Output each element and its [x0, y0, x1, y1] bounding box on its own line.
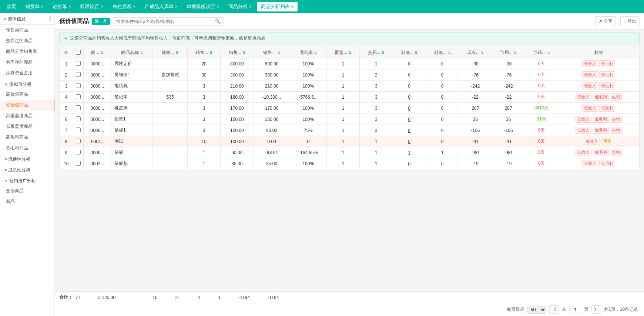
cell-views1[interactable]: 0: [393, 158, 426, 169]
row-checkbox[interactable]: [76, 72, 81, 77]
page-size-select[interactable]: 50 100 200: [527, 306, 546, 314]
col-cost[interactable]: 销售... ⇅: [254, 47, 290, 58]
views1-link[interactable]: 0: [408, 72, 410, 78]
table-row: 10 0002... 鼠标垫 1 35.00 35.00 100% 1 1 0 …: [60, 158, 640, 169]
nav-template[interactable]: 单据模板设置 ×: [183, 2, 223, 11]
views1-link[interactable]: 0: [408, 106, 410, 111]
cell-current: -106: [459, 125, 492, 136]
export-icon: ↓: [624, 19, 626, 24]
sidebar-item-in-stock[interactable]: 有库存的商品: [0, 57, 54, 68]
nav-sales[interactable]: 销货单 ×: [21, 2, 47, 11]
sidebar-item-high-coverage[interactable]: 高覆盖度商品: [0, 111, 54, 121]
cell-checkbox[interactable]: [73, 58, 83, 69]
col-coverage[interactable]: 覆盖... ⇅: [326, 47, 359, 58]
col-margin[interactable]: 毛利率 ⇅: [290, 47, 326, 58]
col-views1[interactable]: 浏览... ⇅: [393, 47, 426, 58]
row-checkbox[interactable]: [76, 116, 81, 121]
nav-permissions[interactable]: 权限设置 ×: [76, 2, 107, 11]
views1-link[interactable]: 0: [408, 161, 410, 166]
row-checkbox[interactable]: [76, 105, 81, 110]
row-checkbox[interactable]: [76, 128, 81, 132]
views1-link[interactable]: 0: [408, 117, 410, 122]
cell-checkbox[interactable]: [73, 114, 83, 125]
views1-link[interactable]: 0: [408, 95, 410, 100]
select-all-checkbox[interactable]: [76, 50, 81, 55]
col-views2[interactable]: 浏览... ⇅: [426, 47, 459, 58]
time-badge[interactable]: 近一月: [92, 18, 110, 25]
last-page-btn[interactable]: 》: [591, 305, 601, 314]
nav-product-analysis[interactable]: 商品分析 ×: [225, 2, 255, 11]
cell-views1[interactable]: 0: [393, 136, 426, 147]
cell-coverage: 1: [326, 103, 359, 114]
cell-views1[interactable]: 0: [393, 58, 426, 69]
row-checkbox[interactable]: [76, 139, 81, 143]
nav-purchase[interactable]: 进货单 ×: [49, 2, 75, 11]
cell-views1[interactable]: 0: [393, 81, 426, 92]
sidebar-collapse-btn[interactable]: 《: [46, 16, 51, 22]
row-checkbox[interactable]: [76, 150, 81, 154]
row-checkbox[interactable]: [76, 83, 81, 88]
cell-views1[interactable]: 0: [393, 125, 426, 136]
sidebar-item-high-value[interactable]: 高价值商品: [0, 89, 54, 100]
cell-checkbox[interactable]: [73, 136, 83, 147]
nav-roles[interactable]: 角色授权 ×: [109, 2, 140, 11]
cell-checkbox[interactable]: [73, 125, 83, 136]
sidebar-item-category-rate[interactable]: 商品分类销售率: [0, 46, 54, 57]
export-button[interactable]: ↓ 导出: [620, 16, 640, 26]
col-current[interactable]: 现有... ⇅: [459, 47, 492, 58]
col-amount[interactable]: 销售... ⇅: [221, 47, 254, 58]
views1-link[interactable]: 0: [408, 128, 410, 133]
nav-home[interactable]: 首页: [3, 2, 20, 11]
col-settings[interactable]: ⚙: [60, 47, 73, 58]
tag-低毛利: 低毛利: [599, 105, 615, 112]
row-checkbox[interactable]: [76, 61, 81, 66]
sidebar-item-low-coverage[interactable]: 低覆盖度商品: [0, 121, 54, 132]
col-checkbox[interactable]: [73, 47, 83, 58]
search-input[interactable]: [116, 19, 214, 24]
sidebar-item-low-value[interactable]: 低价值商品: [0, 100, 54, 111]
cell-checkbox[interactable]: [73, 147, 83, 158]
views1-link[interactable]: 0: [408, 139, 410, 144]
sidebar-item-sales-products[interactable]: 销售类商品: [0, 25, 54, 35]
cell-views1[interactable]: 0: [393, 69, 426, 81]
cell-views1[interactable]: 0: [393, 103, 426, 114]
cell-trade: 1: [360, 136, 393, 147]
col-spec[interactable]: 规格... ⇅: [153, 47, 188, 58]
cell-checkbox[interactable]: [73, 103, 83, 114]
row-checkbox[interactable]: [76, 94, 81, 99]
sidebar-item-low-margin[interactable]: 低毛利商品: [0, 143, 54, 153]
views1-link[interactable]: 1: [408, 150, 410, 155]
table-footer: 合计： 77 2,125.00 - 10 21 1 1 -1194 -1194: [55, 291, 644, 303]
current-page-input[interactable]: [569, 306, 581, 313]
sidebar-item-new-products[interactable]: 新品: [0, 196, 54, 207]
sidebar-group-growth[interactable]: > 成长性分析: [0, 164, 54, 175]
cell-views1[interactable]: 0: [393, 92, 426, 103]
cell-checkbox[interactable]: [73, 69, 83, 81]
col-qty[interactable]: 销售... ⇅: [187, 47, 220, 58]
first-page-btn[interactable]: 《: [549, 305, 559, 314]
sidebar-item-all-products[interactable]: 全部商品: [0, 186, 54, 196]
col-trade[interactable]: 交易... ⇅: [360, 47, 393, 58]
cell-checkbox[interactable]: [73, 158, 83, 169]
share-button[interactable]: ↗ 分享: [595, 16, 616, 26]
sidebar-item-high-margin[interactable]: 高毛利商品: [0, 132, 54, 143]
cell-views1[interactable]: 1: [393, 147, 426, 158]
sidebar-item-traded[interactable]: 交易过的商品: [0, 35, 54, 46]
search-icon[interactable]: 🔍: [215, 19, 221, 24]
cell-available: -30: [492, 58, 525, 69]
views1-link[interactable]: 0: [408, 61, 410, 67]
sidebar-item-stock-capital[interactable]: 库存资金占用: [0, 68, 54, 78]
views1-link[interactable]: 0: [408, 84, 410, 89]
cell-checkbox[interactable]: [73, 81, 83, 92]
tag-重置: 重置: [601, 138, 613, 145]
col-code[interactable]: 商... ⇅: [83, 47, 111, 58]
sidebar-group-circulation[interactable]: > 流通性分析: [0, 153, 54, 164]
col-name[interactable]: 商品名称 ⇅: [111, 47, 152, 58]
col-saleable[interactable]: 可销... ⇅: [525, 47, 558, 58]
cell-checkbox[interactable]: [73, 92, 83, 103]
nav-product-in[interactable]: 产成品入库单 ×: [141, 2, 181, 11]
row-checkbox[interactable]: [76, 161, 81, 166]
col-available[interactable]: 可用... ⇅: [492, 47, 525, 58]
cell-views1[interactable]: 0: [393, 114, 426, 125]
nav-product-list[interactable]: 商品分析列表 ×: [257, 2, 298, 11]
